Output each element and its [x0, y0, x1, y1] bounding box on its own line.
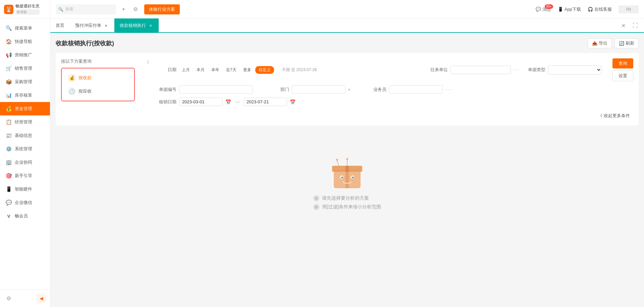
sidebar-item-marketing[interactable]: 📢 营销推广 — [0, 48, 50, 62]
filter-field-department: 部门 ▾ — [269, 85, 350, 94]
empty-hint-texts: ① 请先选择要分析的方案 ② 用[过滤]条件来缩小分析范围 — [313, 195, 381, 210]
date-opt-more[interactable]: 更多 — [240, 66, 254, 74]
salesperson-dots[interactable]: ··· — [445, 87, 452, 93]
tab-prepay[interactable]: 预付冲应付单 ✕ — [70, 18, 114, 33]
sidebar-item-system[interactable]: ⚙️ 系统管理 — [0, 142, 50, 156]
filter-option-by-receivable[interactable]: 🕐 按应收 — [64, 85, 131, 98]
operation-icon: 📋 — [5, 119, 12, 125]
tab-receipt[interactable]: 收款核销执行 ✕ — [114, 18, 159, 33]
sidebar-item-operation[interactable]: 📋 经营管理 — [0, 115, 50, 129]
message-button[interactable]: 💬 消息 99+ — [536, 6, 551, 12]
doc-number-input[interactable] — [179, 85, 253, 94]
empty-svg — [327, 156, 367, 190]
collapse-more-row: 《 收起更多条件 — [156, 111, 633, 120]
inventory-icon: 📊 — [5, 92, 12, 99]
user-profile[interactable]: Rit — [619, 5, 639, 13]
verify-date-start-input[interactable] — [179, 98, 223, 106]
verify-date-start-calendar-icon[interactable]: 📅 — [225, 99, 231, 105]
topbar-dropdown-icon[interactable]: ▾ — [120, 6, 127, 13]
sidebar-item-inventory[interactable]: 📊 库存核算 — [0, 89, 50, 102]
setting-button[interactable]: 设置 — [612, 70, 633, 81]
verify-date-end-input[interactable] — [244, 98, 287, 106]
sidebar-item-wechat[interactable]: 💬 企业微信 — [0, 196, 50, 209]
tab-receipt-close[interactable]: ✕ — [148, 23, 153, 28]
date-opt-prev-month[interactable]: 上月 — [179, 66, 193, 74]
sidebar-item-guide[interactable]: 🎯 新手引导 — [0, 169, 50, 183]
sidebar-label-marketing: 营销推广 — [15, 52, 32, 58]
sidebar-collapse-button[interactable]: ◀ — [37, 294, 46, 303]
tab-expand-button[interactable]: ⛶ — [631, 21, 640, 30]
date-opt-custom[interactable]: 自定义 — [255, 66, 274, 74]
sidebar-label-search: 搜索菜单 — [15, 25, 32, 31]
refresh-button[interactable]: 🔄 刷新 — [614, 38, 639, 48]
solution-button[interactable]: 体验行业方案 — [144, 4, 180, 14]
topbar-gear-button[interactable]: ⚙ — [131, 5, 140, 14]
sidebar-item-search[interactable]: 🔍 搜索菜单 — [0, 21, 50, 35]
app-download-button[interactable]: 📱 App下载 — [558, 6, 581, 12]
sidebar-label-wechat: 企业微信 — [15, 200, 32, 206]
sidebar-label-guide: 新手引导 — [15, 173, 32, 179]
export-label: 导出 — [599, 40, 607, 46]
message-icon: 💬 — [536, 7, 541, 12]
topbar-right: 💬 消息 99+ 📱 App下载 🎧 在线客服 Rit — [536, 5, 639, 13]
online-service-button[interactable]: 🎧 在线客服 — [588, 6, 612, 12]
doc-type-select[interactable] — [548, 65, 602, 74]
sidebar-label-basicinfo: 基础信息 — [15, 133, 32, 139]
salesperson-input[interactable] — [389, 85, 443, 94]
svg-point-6 — [341, 177, 343, 178]
sidebar-item-hardware[interactable]: 📱 智能硬件 — [0, 183, 50, 196]
department-input[interactable] — [292, 85, 345, 94]
counterparty-input[interactable] — [450, 66, 511, 74]
verify-date-label: 核销日期 — [156, 99, 176, 105]
wechat-icon: 💬 — [5, 199, 12, 206]
date-opt-this-month[interactable]: 本月 — [194, 66, 207, 74]
query-button[interactable]: 查询 — [612, 58, 633, 68]
sales-icon: 🛒 — [5, 65, 12, 72]
service-label: 在线客服 — [594, 6, 612, 12]
svg-point-11 — [346, 158, 348, 160]
export-icon: 📤 — [592, 41, 597, 46]
counterparty-dots[interactable]: ··· — [514, 67, 520, 73]
date-opt-this-year[interactable]: 本年 — [209, 66, 222, 74]
sidebar-label-enterprise: 企业协同 — [15, 159, 32, 165]
tabbar-right-actions: ✕ ⛶ — [619, 21, 644, 30]
date-opt-7days[interactable]: 近7天 — [223, 66, 239, 74]
sidebar: 🐰 畅捷通好生意 标准版 🔍 搜索菜单 🏠 快捷导航 📢 营销推广 🛒 销售管理… — [0, 0, 50, 307]
verify-date-end-calendar-icon[interactable]: 📅 — [290, 99, 296, 105]
doc-type-label: 单据类型 — [525, 67, 545, 73]
sidebar-logo: 🐰 畅捷通好生意 标准版 — [0, 0, 50, 19]
sidebar-bottom: ⚙ ◀ — [0, 289, 50, 307]
sidebar-item-basicinfo[interactable]: 📰 基础信息 — [0, 129, 50, 142]
export-button[interactable]: 📤 导出 — [588, 38, 612, 48]
filter-collapse-button[interactable]: 《 — [143, 58, 151, 66]
enterprise-icon: 🏢 — [5, 159, 12, 166]
app-tag: 标准版 — [15, 9, 40, 15]
sidebar-item-member[interactable]: V 畅会员 — [0, 209, 50, 223]
refresh-label: 刷新 — [626, 40, 634, 46]
sidebar-item-finance[interactable]: 💰 资金管理 — [0, 102, 50, 115]
tab-receipt-label: 收款核销执行 — [120, 22, 146, 29]
sidebar-item-quicknav[interactable]: 🏠 快捷导航 — [0, 35, 50, 48]
sidebar-label-inventory: 库存核算 — [15, 92, 32, 98]
marketing-icon: 📢 — [5, 52, 12, 58]
sidebar-item-enterprise[interactable]: 🏢 企业协同 — [0, 156, 50, 169]
search-placeholder-text: 搜索 — [65, 6, 73, 12]
date-range-info: 不限 至 2023-07-26 — [282, 67, 317, 73]
sidebar-item-sales[interactable]: 🛒 销售管理 — [0, 62, 50, 75]
sidebar-settings-button[interactable]: ⚙ — [4, 294, 13, 303]
department-dropdown-icon[interactable]: ▾ — [348, 87, 350, 92]
collapse-more-button[interactable]: 《 收起更多条件 — [595, 111, 633, 120]
tab-close-all-button[interactable]: ✕ — [619, 21, 628, 30]
tab-prepay-close[interactable]: ✕ — [103, 23, 109, 28]
topbar-search-box[interactable]: 🔍 搜索 — [56, 4, 116, 14]
filter-option-by-receipt[interactable]: 💰 按收款 — [64, 71, 131, 85]
tabbar: 首页 预付冲应付单 ✕ 收款核销执行 ✕ ✕ ⛶ — [50, 19, 644, 33]
sidebar-label-operation: 经营管理 — [15, 119, 32, 125]
app-logo-icon: 🐰 — [4, 5, 13, 14]
sidebar-item-purchase[interactable]: 📦 采购管理 — [0, 75, 50, 89]
tab-home[interactable]: 首页 — [50, 18, 70, 33]
filter-row-2: 单据编号 部门 ▾ 业务员 ··· — [156, 85, 633, 94]
by-receivable-icon: 🕐 — [68, 87, 76, 95]
counterparty-label: 往来单位 — [428, 67, 448, 73]
page-actions: 📤 导出 🔄 刷新 — [588, 38, 639, 48]
